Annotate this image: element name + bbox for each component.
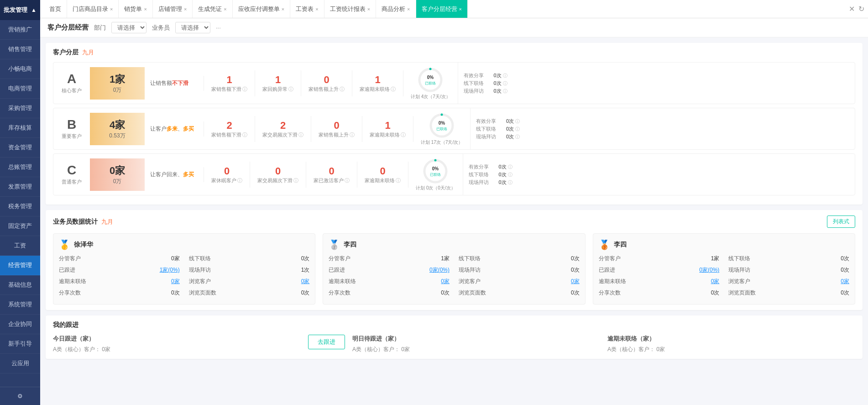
tab-close-icon-6[interactable]: × <box>315 6 318 12</box>
staff-val-left-1-2[interactable]: 0家 <box>441 278 450 285</box>
tab-4[interactable]: 生成凭证× <box>193 0 232 18</box>
tier-stat-1-3[interactable]: 1家逾期未联络 ⓘ <box>362 116 413 142</box>
tier-stat-1-2[interactable]: 0家销售额上升 ⓘ <box>311 116 362 142</box>
tier-stat-2-2[interactable]: 0家已激活客户 ⓘ <box>306 162 357 188</box>
goto-followup-button[interactable]: 去跟进 <box>308 335 345 349</box>
tab-label-2: 销货单 <box>124 5 142 13</box>
settings-icon[interactable]: ⚙ <box>0 387 40 405</box>
tier-amount-1: 0.53万 <box>109 132 125 140</box>
sidebar-item-2[interactable]: 小畅电商 <box>0 59 40 79</box>
svg-text:已联络: 已联络 <box>425 81 436 85</box>
stat-number-2-2: 0 <box>329 165 334 177</box>
sidebar-item-5[interactable]: 库存核算 <box>0 118 40 138</box>
sidebar-item-17[interactable]: 云应用 <box>0 354 40 373</box>
staff-label-right-2-2: 浏览客户 <box>728 278 750 285</box>
staff-name-0: 徐泽华 <box>74 241 93 249</box>
tab-close-icon-3[interactable]: × <box>184 6 187 12</box>
tier-stat-0-1[interactable]: 1家回购异常 ⓘ <box>255 70 301 96</box>
sidebar-item-13[interactable]: 基础信息 <box>0 275 40 295</box>
staff-val-left-2-1[interactable]: 0家(0%) <box>699 266 719 274</box>
tab-close-icon-5[interactable]: × <box>282 6 284 12</box>
staff-val-left-0-1[interactable]: 1家(0%) <box>160 266 180 274</box>
stat-label-0-0: 家销售额下滑 ⓘ <box>211 86 247 93</box>
staff-val-right-0-2[interactable]: 0家 <box>301 278 310 285</box>
sidebar-item-12[interactable]: 经营管理 <box>0 256 40 275</box>
sidebar-header[interactable]: 批发管理 ▲ <box>0 0 40 20</box>
tab-6[interactable]: 工资表× <box>290 0 324 18</box>
tier-letter-2: C <box>67 164 76 177</box>
sidebar-item-3[interactable]: 电商管理 <box>0 79 40 99</box>
staff-val-right-2-2[interactable]: 0家 <box>841 278 849 285</box>
sidebar-item-15[interactable]: 企业协同 <box>0 315 40 334</box>
tier-stat-0-0[interactable]: 1家销售额下滑 ⓘ <box>204 70 255 96</box>
right-stat-label-0-0: 有效分享 <box>464 72 484 79</box>
stat-label-1-3: 家逾期未联络 ⓘ <box>370 131 406 138</box>
tab-0[interactable]: 首页 <box>44 0 67 18</box>
tier-count-block-2[interactable]: 0家0万 <box>90 158 145 191</box>
tab-close-icon-4[interactable]: × <box>224 6 226 12</box>
stat-label-2-0: 家休眠客户 ⓘ <box>211 177 242 184</box>
right-stat-val-0-0: 0次 ⓘ <box>494 72 507 79</box>
tab-label-6: 工资表 <box>296 5 314 13</box>
staff-val-left-0-2[interactable]: 0家 <box>171 278 180 285</box>
sidebar-item-4[interactable]: 采购管理 <box>0 99 40 118</box>
tab-close-icon-2[interactable]: × <box>144 6 146 12</box>
staff-medal-0: 🥇 <box>59 239 70 250</box>
staff-select[interactable]: 请选择 <box>175 22 210 33</box>
sidebar-item-10[interactable]: 固定资产 <box>0 216 40 236</box>
sidebar-item-9[interactable]: 税务管理 <box>0 197 40 216</box>
staff-left-row-0-1: 已跟进1家(0%) <box>59 266 180 274</box>
tab-close-icon-1[interactable]: × <box>110 6 113 12</box>
right-stat-line-1-1: 线下联络0次 ⓘ <box>476 126 520 132</box>
staff-val-left-2-2[interactable]: 0家 <box>711 278 720 285</box>
tier-stat-2-0[interactable]: 0家休眠客户 ⓘ <box>204 162 250 188</box>
tab-9[interactable]: 客户分层经营× <box>416 0 468 18</box>
dept-select[interactable]: 请选择 <box>111 22 146 33</box>
tier-count-0: 1家 <box>110 73 125 86</box>
sidebar-item-11[interactable]: 工资 <box>0 236 40 256</box>
sidebar-item-1[interactable]: 销售管理 <box>0 40 40 59</box>
tier-stat-2-1[interactable]: 0家交易频次下滑 ⓘ <box>250 162 306 188</box>
tab-label-5: 应收应付调整单 <box>238 5 280 13</box>
sidebar-item-16[interactable]: 新手引导 <box>0 334 40 354</box>
tab-close-all-icon[interactable]: ✕ <box>849 5 855 13</box>
staff-val-left-1-1[interactable]: 0家(0%) <box>429 266 450 274</box>
right-stat-line-1-0: 有效分享0次 ⓘ <box>476 118 520 125</box>
sidebar-item-7[interactable]: 总账管理 <box>0 158 40 177</box>
tier-stat-1-1[interactable]: 2家交易频次下滑 ⓘ <box>255 116 311 142</box>
tier-action-2: 让客户回来、多买 <box>145 167 204 182</box>
sidebar-item-6[interactable]: 资金管理 <box>0 138 40 158</box>
tab-close-icon-9[interactable]: × <box>459 6 462 12</box>
tab-7[interactable]: 工资统计报表× <box>324 0 376 18</box>
staff-val-right-1-2[interactable]: 0家 <box>571 278 580 285</box>
tab-5[interactable]: 应收应付调整单× <box>233 0 290 18</box>
tier-stat-2-3[interactable]: 0家逾期未联络 ⓘ <box>357 162 408 188</box>
more-options-icon[interactable]: ··· <box>216 24 221 31</box>
tier-stat-0-2[interactable]: 0家销售额上升 ⓘ <box>301 70 352 96</box>
tab-1[interactable]: 门店商品目录× <box>67 0 119 18</box>
sidebar-item-8[interactable]: 发票管理 <box>0 177 40 197</box>
sidebar-item-0[interactable]: 营销推广 <box>0 20 40 40</box>
tier-count-block-0[interactable]: 1家0万 <box>90 67 145 100</box>
tab-8[interactable]: 商品分析× <box>376 0 416 18</box>
svg-text:0%: 0% <box>439 121 445 126</box>
tier-stat-1-0[interactable]: 2家销售额下滑 ⓘ <box>204 116 255 142</box>
tier-count-block-1[interactable]: 4家0.53万 <box>90 113 145 145</box>
tab-3[interactable]: 店铺管理× <box>153 0 193 18</box>
tier-stat-0-3[interactable]: 1家逾期未联络 ⓘ <box>352 70 403 96</box>
tab-close-icon-8[interactable]: × <box>407 6 410 12</box>
right-stat-label-1-2: 现场拜访 <box>476 133 496 140</box>
stat-label-0-2: 家销售额上升 ⓘ <box>309 86 345 93</box>
tab-refresh-icon[interactable]: ↻ <box>858 5 864 13</box>
list-view-button[interactable]: 列表式 <box>827 216 855 228</box>
sidebar-collapse-icon[interactable]: ▲ <box>31 7 37 13</box>
circle-svg-1: 0% 已联络 <box>428 112 455 139</box>
tier-label-2: C普通客户 <box>53 158 90 191</box>
svg-point-4 <box>431 115 453 137</box>
staff-data-2: 分管客户1家线下联络0次已跟进0家(0%)现场拜访0次逾期未联络0家浏览客户0家… <box>599 255 849 299</box>
tab-2[interactable]: 销货单× <box>119 0 152 18</box>
staff-right-row-2-2: 浏览客户0家 <box>728 278 849 285</box>
tab-label-3: 店铺管理 <box>158 5 182 13</box>
sidebar-item-14[interactable]: 系统管理 <box>0 295 40 315</box>
tab-close-icon-7[interactable]: × <box>367 6 370 12</box>
